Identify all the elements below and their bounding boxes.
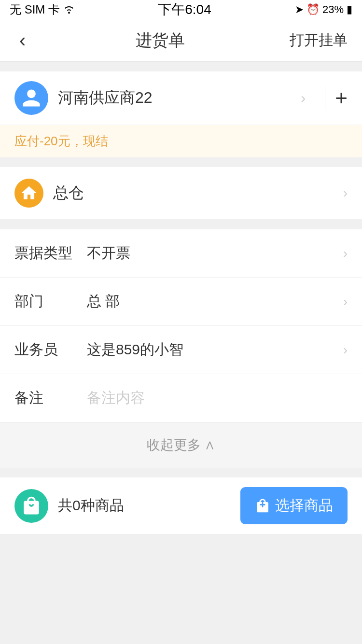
remark-input[interactable]: 备注内容 xyxy=(87,388,348,408)
salesperson-row[interactable]: 业务员 这是859的小智 › xyxy=(0,325,362,374)
invoice-type-label: 票据类型 xyxy=(14,243,82,263)
section-gap-3 xyxy=(0,219,362,229)
supplier-section: 河南供应商22 › + 应付-20元，现结 xyxy=(0,71,362,157)
nav-bar: ‹ 进货单 打开挂单 xyxy=(0,19,362,62)
carrier-text: 无 SIM 卡 xyxy=(10,2,60,17)
department-label: 部门 xyxy=(14,292,82,311)
alarm-icon: ⏰ xyxy=(306,3,320,16)
status-left: 无 SIM 卡 xyxy=(10,2,74,17)
notice-bar: 应付-20元，现结 xyxy=(0,125,362,157)
supplier-avatar xyxy=(14,81,48,115)
product-bar: 共0种商品 选择商品 xyxy=(0,477,362,534)
select-product-icon xyxy=(255,498,270,514)
department-value: 总 部 xyxy=(87,292,343,311)
status-right: ➤ ⏰ 23% ▮ xyxy=(295,3,352,16)
battery-text: 23% xyxy=(322,3,344,16)
product-count-label: 共0种商品 xyxy=(58,496,240,516)
shopping-bag-icon xyxy=(21,496,42,516)
home-icon xyxy=(20,184,38,202)
page-title: 进货单 xyxy=(136,29,185,52)
product-icon xyxy=(14,489,48,523)
section-gap-2 xyxy=(0,157,362,167)
collapse-bar[interactable]: 收起更多 ∧ xyxy=(0,422,362,468)
invoice-type-value: 不开票 xyxy=(87,243,343,263)
open-pending-button[interactable]: 打开挂单 xyxy=(290,30,348,50)
select-product-button[interactable]: 选择商品 xyxy=(240,487,348,524)
warehouse-section: 总仓 › xyxy=(0,167,362,219)
location-icon: ➤ xyxy=(295,3,304,16)
invoice-type-row[interactable]: 票据类型 不开票 › xyxy=(0,229,362,277)
status-time: 下午6:04 xyxy=(158,0,211,19)
remark-row[interactable]: 备注 备注内容 xyxy=(0,374,362,422)
warehouse-name: 总仓 xyxy=(53,182,343,204)
status-bar: 无 SIM 卡 下午6:04 ➤ ⏰ 23% ▮ xyxy=(0,0,362,19)
add-supplier-button[interactable]: + xyxy=(335,86,348,110)
battery-icon: ▮ xyxy=(347,3,352,16)
wifi-icon xyxy=(64,3,74,16)
select-product-label: 选择商品 xyxy=(275,496,333,516)
salesperson-chevron-icon: › xyxy=(343,342,348,358)
invoice-type-chevron-icon: › xyxy=(343,246,348,261)
salesperson-value: 这是859的小智 xyxy=(87,340,343,360)
warehouse-chevron-icon: › xyxy=(343,185,348,201)
section-gap-1 xyxy=(0,62,362,71)
warehouse-row[interactable]: 总仓 › xyxy=(0,167,362,219)
warehouse-icon xyxy=(14,179,43,208)
supplier-chevron-icon: › xyxy=(301,90,306,106)
remark-label: 备注 xyxy=(14,388,82,408)
salesperson-label: 业务员 xyxy=(14,340,82,360)
department-chevron-icon: › xyxy=(343,294,348,309)
vertical-divider xyxy=(325,86,325,110)
department-row[interactable]: 部门 总 部 › xyxy=(0,277,362,325)
supplier-name: 河南供应商22 xyxy=(58,87,301,109)
user-icon xyxy=(21,87,42,109)
supplier-row[interactable]: 河南供应商22 › + xyxy=(0,71,362,125)
back-button[interactable]: ‹ xyxy=(14,25,30,56)
form-section: 票据类型 不开票 › 部门 总 部 › 业务员 这是859的小智 › 备注 备注… xyxy=(0,229,362,422)
